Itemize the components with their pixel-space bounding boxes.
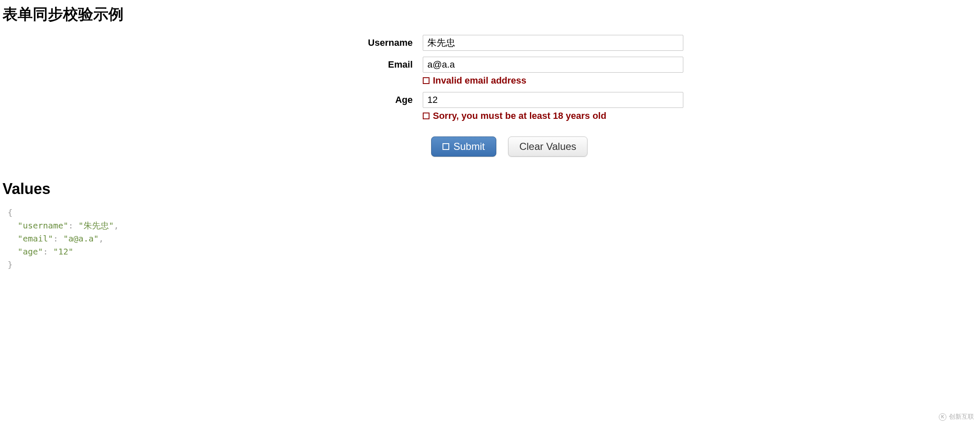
clear-button-label: Clear Values — [519, 141, 577, 152]
values-title: Values — [3, 180, 977, 198]
submit-icon — [443, 143, 449, 150]
error-icon — [423, 113, 429, 119]
json-username: "朱先忠" — [79, 220, 114, 231]
form: Username Email Invalid email address Age… — [297, 35, 683, 157]
field-row-email: Email — [297, 57, 683, 73]
button-row: Submit Clear Values — [431, 136, 683, 157]
json-email: "a@a.a" — [63, 233, 98, 244]
email-error-text: Invalid email address — [433, 75, 527, 86]
error-icon — [423, 77, 429, 84]
field-row-username: Username — [297, 35, 683, 51]
email-label: Email — [297, 59, 423, 70]
page-title: 表单同步校验示例 — [3, 4, 977, 25]
age-input[interactable] — [423, 92, 683, 108]
age-error-text: Sorry, you must be at least 18 years old — [433, 110, 606, 121]
email-input[interactable] — [423, 57, 683, 73]
submit-button[interactable]: Submit — [431, 136, 496, 157]
email-error: Invalid email address — [423, 75, 683, 86]
username-input[interactable] — [423, 35, 683, 51]
json-age: "12" — [53, 247, 73, 257]
username-label: Username — [297, 37, 423, 48]
field-row-age: Age — [297, 92, 683, 108]
age-error: Sorry, you must be at least 18 years old — [423, 110, 683, 121]
clear-button[interactable]: Clear Values — [508, 136, 588, 157]
age-label: Age — [297, 94, 423, 105]
values-json: { "username": "朱先忠", "email": "a@a.a", "… — [3, 206, 977, 271]
submit-button-label: Submit — [453, 141, 485, 152]
